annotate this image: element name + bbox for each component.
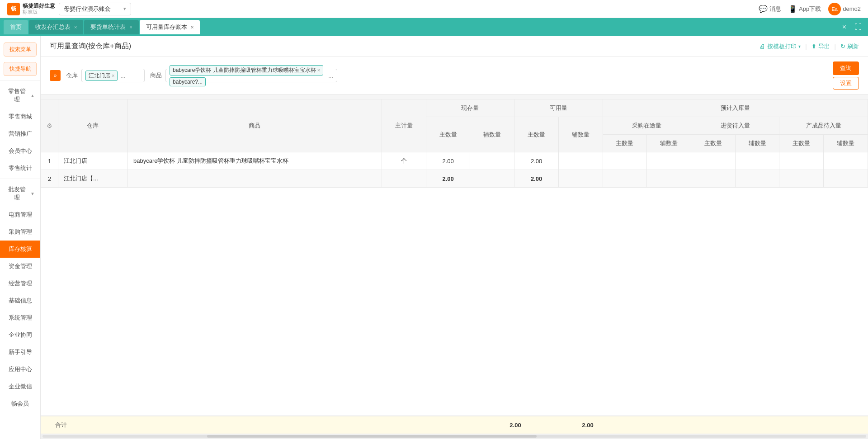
quick-nav-btn[interactable]: 快捷导航 (4, 62, 37, 76)
close-tab1-btn[interactable]: × (74, 24, 77, 30)
sidebar-item-member[interactable]: 会员中心 (0, 142, 40, 160)
sidebar-item-retail-stats[interactable]: 零售统计 (0, 160, 40, 177)
th-available: 可用量 (514, 99, 603, 117)
print-arrow-icon: ▾ (798, 44, 801, 49)
content-area: 可用量查询(按仓库+商品) 🖨 按模板打印 ▾ | ⬆ 导出 | ↻ 刷新 (41, 36, 868, 439)
print-icon: 🖨 (760, 43, 765, 50)
scroll-track (42, 435, 866, 438)
sidebar: 搜索菜单 快捷导航 零售管理 ▲ 零售商城 营销推广 会员中心 零售统计 批发管… (0, 36, 41, 439)
warehouse-filter-group: 仓库 江北门店 × ... (66, 69, 145, 82)
export-btn[interactable]: ⬆ 导出 (811, 42, 830, 51)
sidebar-item-enterprise[interactable]: 企业协同 (0, 326, 40, 344)
row2-current-main: 2.00 (426, 170, 470, 188)
filter-expand-btn[interactable]: » (50, 70, 61, 81)
th-purchase-aux: 辅数量 (647, 135, 691, 152)
main-layout: 搜索菜单 快捷导航 零售管理 ▲ 零售商城 营销推广 会员中心 零售统计 批发管… (0, 36, 868, 439)
sidebar-item-finance[interactable]: 资金管理 (0, 258, 40, 275)
th-current-aux-qty: 辅数量 (470, 117, 514, 152)
sidebar-item-app-center[interactable]: 应用中心 (0, 361, 40, 378)
row2-purchase-main (603, 170, 647, 188)
row1-incoming-main (691, 152, 736, 170)
fullscreen-btn[interactable]: ⛶ (852, 22, 864, 32)
top-bar-right: 💬 消息 📱 App下载 Ea demo2 (759, 3, 861, 15)
warehouse-tag: 江北门店 × (85, 71, 118, 81)
app-download-icon: 📱 (788, 5, 797, 13)
row2-incoming-main (691, 170, 736, 188)
app-download-btn[interactable]: 📱 App下载 (788, 5, 821, 13)
row1-purchase-main (603, 152, 647, 170)
tab-receivable-summary[interactable]: 收发存汇总表 × (29, 20, 83, 34)
sidebar-item-marketing[interactable]: 营销推广 (0, 125, 40, 142)
export-icon: ⬆ (811, 43, 816, 50)
warehouse-input[interactable]: 江北门店 × ... (81, 69, 145, 82)
row1-available-main: 2.00 (514, 152, 559, 170)
nav-tab-actions: × ⛶ (840, 22, 864, 32)
search-menu-btn[interactable]: 搜索菜单 (4, 42, 37, 57)
user-menu[interactable]: Ea demo2 (828, 3, 861, 15)
th-settings: ⚙ (41, 99, 58, 152)
table-row: 1 江北门店 babycare学饮杯 儿童防摔防撞吸管杯重力球吸嘴杯宝宝水杯 个… (41, 152, 868, 170)
row1-production-main (779, 152, 824, 170)
sidebar-item-member2[interactable]: 畅会员 (0, 395, 40, 412)
message-btn[interactable]: 💬 消息 (759, 5, 781, 13)
sidebar-item-purchase[interactable]: 采购管理 (0, 223, 40, 241)
sidebar-item-inventory[interactable]: 库存核算 (0, 241, 40, 258)
th-purchase-in-transit: 采购在途量 (603, 117, 691, 135)
row1-current-aux (470, 152, 514, 170)
tab-order-stats[interactable]: 要货单统计表 × (84, 20, 138, 34)
sidebar-item-ecommerce[interactable]: 电商管理 (0, 206, 40, 223)
refresh-icon: ↻ (840, 43, 845, 50)
footer-total-label: 合计 (50, 421, 72, 429)
column-settings-icon[interactable]: ⚙ (47, 122, 52, 129)
th-incoming-main: 主数量 (691, 135, 736, 152)
table-row: 2 江北门店【... 2.00 2.00 (41, 170, 868, 188)
page-actions: 🖨 按模板打印 ▾ | ⬆ 导出 | ↻ 刷新 (760, 42, 859, 51)
page-title: 可用量查询(按仓库+商品) (50, 42, 131, 51)
row1-current-main: 2.00 (426, 152, 470, 170)
store-selector[interactable]: 母婴行业演示账套 ▾ (59, 3, 131, 15)
chevron-down-icon-2: ▼ (30, 191, 35, 196)
table-container: ⚙ 仓库 商品 主计量 现存量 可用量 预计入库量 主数量 辅数量 主数量 辅数… (41, 99, 868, 415)
brand-name: 畅捷通好生意 标准版 (23, 3, 55, 15)
sidebar-item-retail-mall[interactable]: 零售商城 (0, 108, 40, 125)
row1-purchase-aux (647, 152, 691, 170)
horizontal-scrollbar[interactable] (41, 434, 868, 439)
product-input[interactable]: babycare学饮杯 儿童防摔防撞吸管杯重力球吸嘴杯宝宝水杯 × babyca… (165, 69, 337, 82)
settings-btn[interactable]: 设置 (833, 77, 859, 90)
sidebar-divider-2 (0, 179, 40, 179)
query-btn[interactable]: 查询 (833, 61, 859, 75)
th-current-stock: 现存量 (426, 99, 514, 117)
close-all-tabs-btn[interactable]: × (840, 22, 849, 32)
sidebar-item-retail-mgmt[interactable]: 零售管理 ▲ (0, 83, 40, 108)
row2-warehouse: 江北门店【... (58, 170, 128, 188)
th-warehouse: 仓库 (58, 99, 128, 152)
close-tab3-btn[interactable]: × (191, 24, 193, 30)
row2-available-main: 2.00 (514, 170, 559, 188)
close-tab2-btn[interactable]: × (129, 24, 132, 30)
tab-available-inventory[interactable]: 可用量库存账本 × (140, 20, 200, 34)
nav-tabs: 首页 收发存汇总表 × 要货单统计表 × 可用量库存账本 × × ⛶ (0, 18, 868, 36)
th-incoming-aux: 辅数量 (735, 135, 779, 152)
th-production-main: 主数量 (779, 135, 824, 152)
sidebar-item-basics[interactable]: 基础信息 (0, 292, 40, 309)
product-filter-group: 商品 babycare学饮杯 儿童防摔防撞吸管杯重力球吸嘴杯宝宝水杯 × bab… (150, 69, 337, 82)
sidebar-item-system[interactable]: 系统管理 (0, 309, 40, 326)
table-footer: 合计 2.00 2.00 (41, 415, 868, 434)
sidebar-item-wecom[interactable]: 企业微信 (0, 378, 40, 395)
print-btn[interactable]: 🖨 按模板打印 ▾ (760, 42, 801, 51)
sidebar-item-newbie[interactable]: 新手引导 (0, 344, 40, 361)
sidebar-item-wholesale-mgmt[interactable]: 批发管理 ▼ (0, 181, 40, 206)
product-tag-1: babycare学饮杯 儿童防摔防撞吸管杯重力球吸嘴杯宝宝水杯 × (170, 65, 323, 76)
scroll-thumb[interactable] (207, 435, 537, 438)
th-production-aux: 辅数量 (824, 135, 868, 152)
remove-product-tag1-btn[interactable]: × (317, 67, 320, 73)
th-current-main-qty: 主数量 (426, 117, 470, 152)
th-purchase-main: 主数量 (603, 135, 647, 152)
row2-production-aux (824, 170, 868, 188)
chevron-down-icon: ▲ (30, 93, 35, 98)
tab-home[interactable]: 首页 (4, 20, 28, 34)
sidebar-item-operations[interactable]: 经营管理 (0, 275, 40, 292)
refresh-btn[interactable]: ↻ 刷新 (840, 42, 859, 51)
product-tag-2: babycare?... (170, 77, 206, 86)
remove-warehouse-tag-btn[interactable]: × (112, 73, 114, 78)
